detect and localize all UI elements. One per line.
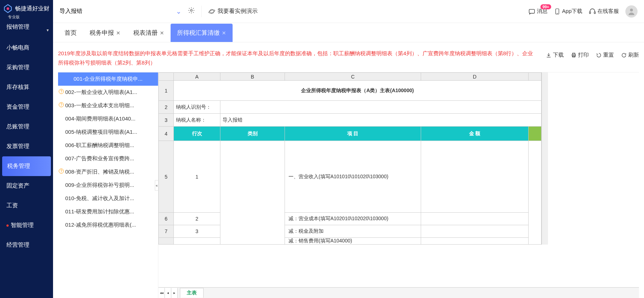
cell-category[interactable] <box>220 141 285 245</box>
form-list-item[interactable]: ?008-资产折旧、摊销及纳税... <box>58 165 158 179</box>
nav-item[interactable]: 资金管理 <box>0 97 53 117</box>
tabs: 首页税务申报✕税表清册✕所得税汇算清缴✕ <box>53 23 644 42</box>
row-header-7[interactable]: 7 <box>159 225 174 238</box>
form-list-item[interactable]: 007-广告费和业务宣传费跨... <box>58 152 158 165</box>
cell-line-2[interactable]: 2 <box>174 213 220 225</box>
row-header-4[interactable]: 4 <box>159 127 174 141</box>
reset-action[interactable]: 重置 <box>596 52 614 58</box>
download-button[interactable]: App下载 <box>554 8 582 15</box>
form-list-item[interactable]: 010-免税、减计收入及加计... <box>58 192 158 205</box>
row-header-3[interactable]: 3 <box>159 114 174 127</box>
form-list-item[interactable]: 004-期间费用明细表(A1040... <box>58 112 158 126</box>
tab-label: 税表清册 <box>133 29 158 37</box>
nav-item-partial[interactable]: 报销管理▾ <box>0 22 53 38</box>
nav-item[interactable]: 总账管理 <box>0 117 53 137</box>
notice-text: 2019年度涉及取以前年度结转数据的申报表单元格需要手工维护正确，才能保证本年及… <box>58 49 537 67</box>
form-list-item[interactable]: 011-研发费用加计扣除优惠... <box>58 205 158 218</box>
row-header-6[interactable]: 6 <box>159 213 174 225</box>
cell-item-8-partial[interactable]: 减：销售费用(填写A104000) <box>285 238 421 245</box>
row-header-8[interactable] <box>159 238 174 245</box>
cell-item-3[interactable]: 减：税金及附加 <box>285 225 421 238</box>
taxname-value[interactable]: 导入报错 <box>220 114 542 127</box>
close-icon[interactable]: ✕ <box>222 30 226 36</box>
header-item[interactable]: 项 目 <box>285 127 421 141</box>
form-list-item[interactable]: 012-减免所得税优惠明细表(... <box>58 218 158 232</box>
row-header-5[interactable]: 5 <box>159 141 174 213</box>
nav-item[interactable]: 智能管理 <box>0 216 53 235</box>
cell-amount-1[interactable] <box>421 141 529 213</box>
sheet-nav-next[interactable]: ▸ <box>171 288 178 298</box>
cell-item-2[interactable]: 减：营业成本(填写A102010\102020\103000) <box>285 213 421 225</box>
col-header-a[interactable]: A <box>174 73 220 81</box>
header-category[interactable]: 类别 <box>220 127 285 141</box>
header-line[interactable]: 行次 <box>174 127 220 141</box>
cell-line-1[interactable]: 1 <box>174 141 220 213</box>
form-list: 001-企业所得税年度纳税申...?002-一般企业收入明细表(A1...?00… <box>58 72 158 298</box>
nav-item[interactable]: 固定资产 <box>0 176 53 196</box>
phone-icon <box>554 8 560 15</box>
row-header-1[interactable]: 1 <box>159 81 174 101</box>
cell-amount-3[interactable] <box>421 225 529 238</box>
col-header-e[interactable] <box>529 73 542 81</box>
svg-point-3 <box>208 9 215 14</box>
nav-item[interactable]: 小畅电商 <box>0 38 53 58</box>
header-amount[interactable]: 金 额 <box>421 127 529 141</box>
tab[interactable]: 首页 <box>58 24 83 42</box>
message-badge: 99+ <box>540 4 552 9</box>
form-list-item[interactable]: ?002-一般企业收入明细表(A1... <box>58 86 158 99</box>
nav-item[interactable]: 采购管理 <box>0 58 53 77</box>
print-action[interactable]: 打印 <box>571 52 589 58</box>
nav-item[interactable]: 发票管理 <box>0 137 53 156</box>
refresh-action[interactable]: 刷新 <box>621 52 639 58</box>
svg-point-1 <box>191 10 192 11</box>
collapse-handle[interactable]: « <box>155 180 158 190</box>
col-header-c[interactable]: C <box>285 73 421 81</box>
tab[interactable]: 所得税汇算清缴✕ <box>171 24 233 42</box>
form-list-item[interactable]: 001-企业所得税年度纳税申... <box>58 72 158 86</box>
sheet-tabs: ◂◂ ◂ ▸ 主表 <box>158 287 639 298</box>
message-button[interactable]: 消息 99+ <box>528 8 548 15</box>
taxid-value[interactable] <box>220 101 542 114</box>
taxname-label[interactable]: 纳税人名称： <box>174 114 220 127</box>
nav-item[interactable]: 库存核算 <box>0 77 53 97</box>
col-header-b[interactable]: B <box>220 73 285 81</box>
select-all-corner[interactable] <box>159 73 174 81</box>
sheet-nav-prev[interactable]: ◂ <box>165 288 171 298</box>
close-icon[interactable]: ✕ <box>116 30 120 36</box>
spreadsheet[interactable]: A B C D 1 企业所得税年度纳税申报表（A类）主表(A100000) <box>158 72 639 287</box>
tab[interactable]: 税表清册✕ <box>127 24 171 42</box>
form-list-item[interactable]: 005-纳税调整项目明细表(A1... <box>58 126 158 139</box>
download-icon <box>546 52 552 58</box>
col-header-d[interactable]: D <box>421 73 529 81</box>
svg-rect-4 <box>529 9 535 13</box>
demo-link[interactable]: 我要看实例演示 <box>208 8 258 15</box>
sheet-tab-main[interactable]: 主表 <box>180 288 204 298</box>
chevron-down-icon[interactable]: ⌄ <box>176 8 181 15</box>
cell-amount-2[interactable] <box>421 213 529 225</box>
form-list-item[interactable]: 006-职工薪酬纳税调整明细... <box>58 139 158 152</box>
close-icon[interactable]: ✕ <box>160 30 164 36</box>
taxid-label[interactable]: 纳税人识别号： <box>174 101 220 114</box>
sheet-title[interactable]: 企业所得税年度纳税申报表（A类）主表(A100000) <box>174 81 542 101</box>
service-button[interactable]: 在线客服 <box>589 8 619 15</box>
tab[interactable]: 税务申报✕ <box>83 24 127 42</box>
search-input[interactable] <box>59 6 173 17</box>
avatar[interactable] <box>625 5 638 18</box>
logo: 畅捷通好业财 <box>0 0 53 14</box>
nav-item[interactable]: 经营管理 <box>0 235 53 255</box>
sheet-nav-first[interactable]: ◂◂ <box>158 288 165 298</box>
user-icon <box>627 7 636 16</box>
message-icon <box>528 8 535 15</box>
form-list-item[interactable]: 009-企业所得税弥补亏损明... <box>58 179 158 192</box>
cell-line-3[interactable]: 3 <box>174 225 220 238</box>
gear-icon[interactable] <box>188 7 195 16</box>
nav-item[interactable]: 工资 <box>0 196 53 216</box>
cell-item-1[interactable]: 一、营业收入(填写A101010\101020\103000) <box>285 141 421 213</box>
download-action[interactable]: 下载 <box>546 52 564 58</box>
svg-rect-12 <box>573 56 575 57</box>
row-header-2[interactable]: 2 <box>159 101 174 114</box>
form-list-item[interactable]: ?003-一般企业成本支出明细... <box>58 99 158 112</box>
vertical-scrollbar[interactable] <box>542 72 548 245</box>
nav-item[interactable]: 税务管理 <box>2 156 51 176</box>
demo-link-label: 我要看实例演示 <box>218 8 258 15</box>
